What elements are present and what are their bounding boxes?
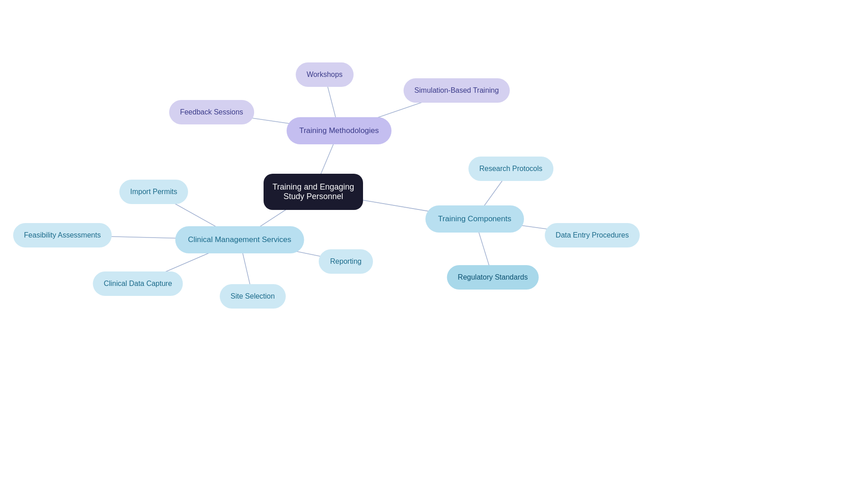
node-feasibility-assessments[interactable]: Feasibility Assessments <box>13 223 112 247</box>
node-reporting[interactable]: Reporting <box>319 249 373 274</box>
node-training-components[interactable]: Training Components <box>425 205 524 233</box>
node-import-permits[interactable]: Import Permits <box>119 180 188 204</box>
node-clinical-data-capture[interactable]: Clinical Data Capture <box>93 271 183 296</box>
mindmap-container: Training and Engaging Study Personnel Tr… <box>0 0 868 490</box>
node-simulation-based-training[interactable]: Simulation-Based Training <box>404 78 510 103</box>
node-clinical-management-services[interactable]: Clinical Management Services <box>175 226 304 253</box>
connection-lines <box>0 0 868 490</box>
center-node[interactable]: Training and Engaging Study Personnel <box>264 174 363 210</box>
node-site-selection[interactable]: Site Selection <box>220 284 286 309</box>
node-workshops[interactable]: Workshops <box>296 62 354 87</box>
node-research-protocols[interactable]: Research Protocols <box>468 157 553 181</box>
node-feedback-sessions[interactable]: Feedback Sessions <box>169 100 254 124</box>
node-regulatory-standards[interactable]: Regulatory Standards <box>447 265 539 290</box>
node-data-entry-procedures[interactable]: Data Entry Procedures <box>545 223 640 247</box>
node-training-methodologies[interactable]: Training Methodologies <box>287 117 392 144</box>
